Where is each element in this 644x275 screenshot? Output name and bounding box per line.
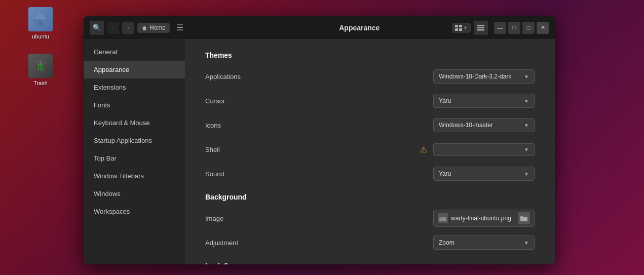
search-button[interactable]: 🔍 [90, 21, 104, 35]
close-button[interactable]: ✕ [537, 22, 549, 34]
nav-forward-button[interactable]: › [122, 22, 134, 34]
sidebar: General Appearance Extensions Fonts Keyb… [84, 39, 185, 264]
sound-label: Sound [205, 170, 433, 178]
applications-label: Applications [205, 73, 433, 81]
desktop-icon-home[interactable]: ubuntu [26, 5, 55, 42]
svg-rect-12 [459, 25, 462, 27]
icons-dropdown[interactable]: Windows-10-master ▼ [433, 118, 535, 132]
shell-warning-icon: ⚠ [420, 145, 427, 154]
titlebar-left: 🔍 ‹ › Home ☰ [90, 21, 267, 35]
view-toggle-button[interactable]: ▼ [452, 23, 471, 33]
svg-marker-9 [142, 26, 147, 28]
trash-icon-label: Trash [33, 80, 48, 86]
breadcrumb-home[interactable]: Home [137, 23, 170, 33]
titlebar: 🔍 ‹ › Home ☰ Appearance [84, 16, 555, 39]
sidebar-item-fonts-label: Fonts [94, 101, 110, 109]
hamburger-icon: ☰ [176, 23, 183, 32]
tweaks-window: 🔍 ‹ › Home ☰ Appearance [84, 16, 555, 264]
main-content: Themes Applications Windows-10-Dark-3.2-… [185, 39, 555, 264]
view-dropdown-arrow: ▼ [463, 25, 468, 30]
list-view-icon [477, 25, 484, 31]
close-icon: ✕ [541, 24, 545, 31]
grid-view-icon [455, 25, 462, 31]
sidebar-item-startup-applications-label: Startup Applications [94, 137, 152, 144]
sidebar-item-top-bar-label: Top Bar [94, 154, 117, 162]
sidebar-item-startup-applications[interactable]: Startup Applications [84, 132, 185, 149]
svg-rect-11 [455, 25, 458, 27]
sidebar-item-workspaces[interactable]: Workspaces [84, 203, 185, 220]
bg-adjustment-value: Zoom [439, 239, 454, 246]
sound-row: Sound Yaru ▼ [205, 165, 535, 183]
sound-dropdown[interactable]: Yaru ▼ [433, 167, 535, 181]
trash-folder-icon [28, 54, 53, 78]
maximize-button[interactable]: □ [522, 22, 535, 34]
sidebar-item-fonts[interactable]: Fonts [84, 96, 185, 114]
sidebar-item-extensions-label: Extensions [94, 84, 126, 91]
bg-image-browse-button[interactable] [518, 212, 530, 224]
icons-label: Icons [205, 122, 433, 129]
themes-section: Themes Applications Windows-10-Dark-3.2-… [205, 51, 535, 183]
restore-icon: ❐ [512, 25, 516, 30]
cursor-label: Cursor [205, 97, 433, 105]
icons-dropdown-value: Windows-10-master [439, 122, 493, 129]
svg-rect-10 [143, 28, 146, 30]
shell-row: Shell ⚠ ▼ [205, 140, 535, 159]
background-section-title: Background [205, 193, 535, 201]
cursor-dropdown-value: Yaru [439, 97, 451, 104]
minimize-icon: — [498, 25, 503, 31]
title-text: Appearance [339, 24, 380, 32]
window-title: Appearance [271, 24, 448, 32]
sidebar-item-top-bar[interactable]: Top Bar [84, 149, 185, 167]
bg-image-row: Image warty-final-ubuntu.png [205, 209, 535, 227]
restore-button[interactable]: ❐ [508, 22, 520, 34]
shell-dropdown[interactable]: ▼ [433, 143, 535, 156]
sidebar-item-general-label: General [94, 48, 117, 56]
titlebar-right: ▼ — ❐ □ ✕ [452, 21, 549, 35]
sidebar-item-windows-label: Windows [94, 190, 121, 198]
minimize-button[interactable]: — [494, 22, 506, 34]
bg-adjustment-dropdown[interactable]: Zoom ▼ [433, 235, 535, 250]
bg-adjustment-dropdown-arrow: ▼ [524, 240, 529, 246]
search-icon: 🔍 [93, 24, 101, 31]
svg-rect-16 [477, 27, 484, 28]
nav-back-button[interactable]: ‹ [107, 22, 119, 34]
cursor-dropdown[interactable]: Yaru ▼ [433, 94, 535, 108]
bg-image-picker[interactable]: warty-final-ubuntu.png [433, 210, 535, 227]
lock-screen-section-title: Lock Screen [205, 262, 535, 264]
sidebar-item-window-titlebars[interactable]: Window Titlebars [84, 167, 185, 185]
applications-dropdown-value: Windows-10-Dark-3.2-dark [439, 73, 511, 80]
bg-adjustment-label: Adjustment [205, 239, 433, 247]
sound-dropdown-arrow: ▼ [524, 171, 529, 177]
list-view-button[interactable] [474, 21, 488, 35]
image-picker-folder-icon [439, 215, 446, 221]
home-breadcrumb-icon [141, 25, 147, 31]
home-icon-label: ubuntu [32, 33, 49, 40]
svg-rect-13 [455, 28, 458, 31]
applications-dropdown[interactable]: Windows-10-Dark-3.2-dark ▼ [433, 69, 535, 84]
sidebar-item-appearance[interactable]: Appearance [84, 61, 185, 78]
svg-rect-17 [477, 29, 484, 31]
desktop-icon-trash[interactable]: Trash [26, 52, 55, 88]
sidebar-item-extensions[interactable]: Extensions [84, 78, 185, 96]
hamburger-menu-button[interactable]: ☰ [173, 21, 187, 35]
bg-image-label: Image [205, 215, 433, 222]
svg-rect-15 [477, 25, 484, 26]
browse-folder-icon [520, 215, 527, 221]
breadcrumb-home-label: Home [149, 24, 166, 31]
shell-label: Shell [205, 146, 420, 153]
svg-rect-19 [439, 217, 442, 218]
svg-rect-14 [459, 28, 462, 31]
shell-dropdown-arrow: ▼ [524, 147, 529, 152]
nav-forward-icon: › [127, 25, 129, 31]
sidebar-item-general[interactable]: General [84, 43, 185, 61]
desktop: ubuntu Trash [0, 0, 81, 275]
svg-rect-20 [520, 217, 527, 221]
svg-marker-1 [33, 13, 48, 19]
maximize-icon: □ [527, 25, 531, 31]
applications-dropdown-arrow: ▼ [524, 74, 529, 80]
sidebar-item-windows[interactable]: Windows [84, 185, 185, 203]
bg-image-value: warty-final-ubuntu.png [451, 215, 511, 222]
sidebar-item-window-titlebars-label: Window Titlebars [94, 172, 144, 180]
sidebar-item-keyboard-mouse[interactable]: Keyboard & Mouse [84, 114, 185, 132]
home-folder-icon [28, 7, 53, 31]
